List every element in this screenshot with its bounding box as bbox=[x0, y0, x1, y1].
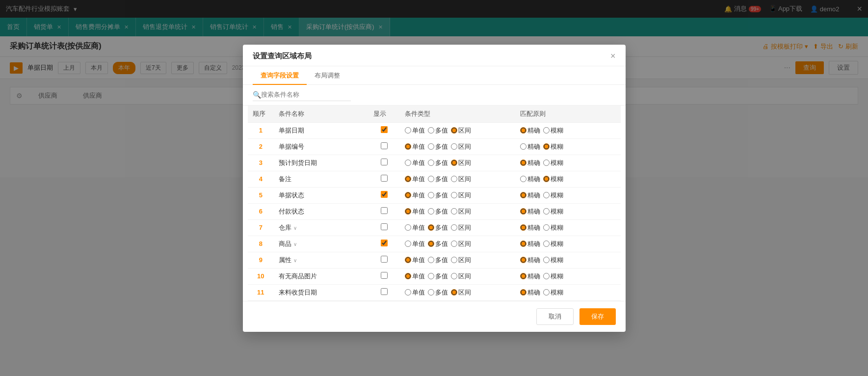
tab-layout-adjust[interactable]: 布局调整 bbox=[307, 66, 348, 85]
type-radio-multi-0[interactable] bbox=[428, 127, 434, 134]
row-name-2: 预计到货日期 bbox=[274, 155, 368, 171]
type-radio-single-1[interactable] bbox=[405, 143, 411, 150]
modal-header: 设置查询区域布局 × bbox=[243, 45, 626, 66]
row-order-1: 2 bbox=[248, 138, 274, 155]
search-icon: 🔍 bbox=[253, 91, 261, 99]
row-show-1[interactable] bbox=[368, 138, 400, 155]
match-radio-exact-2[interactable] bbox=[520, 160, 526, 166]
type-radio-multi-3[interactable] bbox=[428, 176, 434, 177]
type-radio-single-2[interactable] bbox=[405, 160, 411, 166]
row-name-1: 单据编号 bbox=[274, 138, 368, 155]
row-name-0: 单据日期 bbox=[274, 122, 368, 138]
th-order: 顺序 bbox=[248, 106, 274, 123]
row-match-2: 精确模糊 bbox=[515, 155, 620, 171]
type-radio-range-2[interactable] bbox=[451, 160, 457, 166]
row-type-0: 单值多值区间 bbox=[400, 122, 515, 138]
match-radio-fuzzy-1[interactable] bbox=[543, 143, 550, 150]
modal-table-wrap: 顺序 条件名称 显示 条件类型 匹配原则 1单据日期单值多值区间精确模糊2单据编… bbox=[243, 106, 626, 178]
type-radio-range-1[interactable] bbox=[451, 143, 457, 150]
table-row: 2单据编号单值多值区间精确模糊 bbox=[248, 138, 621, 155]
row-name-3: 备注 bbox=[274, 171, 368, 177]
row-match-3: 精确模糊 bbox=[515, 171, 620, 177]
row-type-1: 单值多值区间 bbox=[400, 138, 515, 155]
match-radio-exact-3[interactable] bbox=[520, 176, 526, 177]
th-type: 条件类型 bbox=[400, 106, 515, 123]
modal-tabs: 查询字段设置 布局调整 bbox=[243, 66, 626, 85]
tab-field-settings[interactable]: 查询字段设置 bbox=[253, 66, 307, 85]
match-radio-fuzzy-0[interactable] bbox=[543, 127, 550, 134]
row-type-3: 单值多值区间 bbox=[400, 171, 515, 177]
row-order-2: 3 bbox=[248, 155, 274, 171]
row-type-2: 单值多值区间 bbox=[400, 155, 515, 171]
type-radio-single-3[interactable] bbox=[405, 176, 411, 177]
modal-close-btn[interactable]: × bbox=[610, 52, 616, 60]
type-radio-multi-2[interactable] bbox=[428, 160, 434, 166]
type-radio-multi-1[interactable] bbox=[428, 143, 434, 150]
row-order-0: 1 bbox=[248, 122, 274, 138]
modal-search-area: 🔍 bbox=[243, 85, 626, 106]
th-match: 匹配原则 bbox=[515, 106, 620, 123]
match-radio-exact-0[interactable] bbox=[520, 127, 526, 134]
modal-dialog: 设置查询区域布局 × 查询字段设置 布局调整 🔍 顺序 bbox=[243, 45, 626, 178]
table-row: 3预计到货日期单值多值区间精确模糊 bbox=[248, 155, 621, 171]
table-row: 4备注单值多值区间精确模糊 bbox=[248, 171, 621, 177]
modal-tbody: 1单据日期单值多值区间精确模糊2单据编号单值多值区间精确模糊3预计到货日期单值多… bbox=[248, 122, 621, 177]
row-show-2[interactable] bbox=[368, 155, 400, 171]
show-checkbox-3[interactable] bbox=[381, 175, 388, 177]
row-match-1: 精确模糊 bbox=[515, 138, 620, 155]
modal-title: 设置查询区域布局 bbox=[253, 52, 312, 61]
table-row: 1单据日期单值多值区间精确模糊 bbox=[248, 122, 621, 138]
type-radio-range-0[interactable] bbox=[451, 127, 457, 134]
match-radio-fuzzy-3[interactable] bbox=[543, 176, 550, 177]
type-radio-single-0[interactable] bbox=[405, 127, 411, 134]
table-header-row: 顺序 条件名称 显示 条件类型 匹配原则 bbox=[248, 106, 621, 123]
search-input[interactable] bbox=[261, 91, 351, 98]
show-checkbox-1[interactable] bbox=[381, 142, 388, 149]
conditions-table: 顺序 条件名称 显示 条件类型 匹配原则 1单据日期单值多值区间精确模糊2单据编… bbox=[248, 106, 621, 178]
th-show: 显示 bbox=[368, 106, 400, 123]
search-underline: 🔍 bbox=[253, 91, 351, 101]
show-checkbox-0[interactable] bbox=[381, 126, 388, 133]
show-checkbox-2[interactable] bbox=[381, 159, 388, 165]
type-radio-range-3[interactable] bbox=[451, 176, 457, 177]
match-radio-exact-1[interactable] bbox=[520, 143, 526, 150]
modal-overlay: 设置查询区域布局 × 查询字段设置 布局调整 🔍 顺序 bbox=[0, 0, 868, 177]
match-radio-fuzzy-2[interactable] bbox=[543, 160, 550, 166]
row-show-0[interactable] bbox=[368, 122, 400, 138]
th-name: 条件名称 bbox=[274, 106, 368, 123]
row-match-0: 精确模糊 bbox=[515, 122, 620, 138]
row-show-3[interactable] bbox=[368, 171, 400, 177]
row-order-3: 4 bbox=[248, 171, 274, 177]
